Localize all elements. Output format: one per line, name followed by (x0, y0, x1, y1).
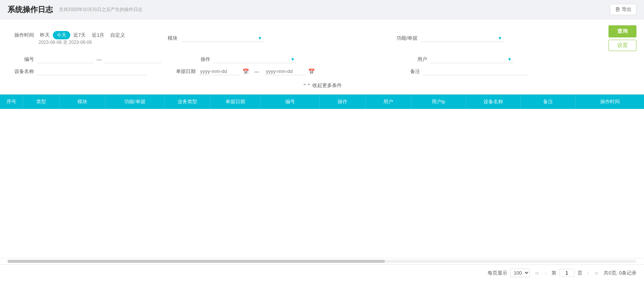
col-module: 模块 (59, 95, 105, 109)
action-buttons: 查询 设置 (608, 25, 636, 51)
user-label: 用户 (401, 56, 427, 63)
time-btn-today[interactable]: 今天 (53, 31, 70, 39)
col-voucher-date: 单据日期 (210, 95, 260, 109)
device-label: 设备名称 (8, 68, 34, 75)
export-icon: 🖹 (615, 6, 620, 12)
page-number-input[interactable] (559, 269, 575, 277)
scrollbar-thumb[interactable] (8, 260, 385, 263)
time-btn-1month[interactable]: 近1月 (89, 31, 107, 39)
user-select[interactable] (432, 56, 512, 62)
voucher-date-label: 单据日期 (169, 68, 196, 75)
col-number: 编号 (260, 95, 320, 109)
col-func: 功能/单据 (105, 95, 164, 109)
remark-label: 备注 (394, 68, 420, 75)
table-wrap: 序号 类型 模块 功能/单据 业务类型 单据日期 编号 操作 用户 用户ip 设… (0, 95, 644, 258)
data-table: 序号 类型 模块 功能/单据 业务类型 单据日期 编号 操作 用户 用户ip 设… (0, 95, 644, 109)
col-index: 序号 (0, 95, 23, 109)
total-info: 共0页, 0条记录 (604, 270, 636, 276)
operation-select-wrap: ▼ (213, 56, 297, 63)
calendar-start-icon[interactable]: 📅 (242, 68, 249, 75)
pagination: 每页显示 100 50 200 ⊲ ‹ 第 页 › ⊳ 共0页, 0条记录 (0, 264, 644, 281)
module-label: 模块 (151, 35, 178, 42)
page-label: 第 (551, 270, 556, 276)
filter-row-1: 操作时间 昨天 今天 近7天 近1月 自定义 2023-06-06 至 2023… (8, 25, 636, 51)
time-btn-yesterday[interactable]: 昨天 (37, 31, 53, 39)
collapse-button[interactable]: ⌃⌃ 收起更多条件 (303, 82, 342, 89)
remark-input[interactable] (423, 68, 529, 75)
number-end-input[interactable] (105, 56, 161, 63)
scrollbar-track (8, 260, 636, 263)
number-start-input[interactable] (37, 56, 94, 63)
number-dash: — (97, 57, 102, 62)
date-start-input[interactable] (199, 68, 240, 75)
col-user-ip: 用户ip (411, 95, 466, 109)
page-unit: 页 (578, 270, 582, 276)
page-size-select[interactable]: 100 50 200 (510, 269, 530, 277)
user-select-wrap: ▼ (430, 56, 513, 63)
query-button[interactable]: 查询 (608, 25, 636, 37)
func-select-wrap: ▼ (421, 34, 504, 42)
collapse-chevron-icon: ⌃⌃ (303, 83, 311, 88)
export-button[interactable]: 🖹 导出 (610, 4, 636, 15)
time-btn-custom[interactable]: 自定义 (107, 31, 128, 39)
filter-row-3: 设备名称 单据日期 📅 — 📅 备注 (8, 68, 636, 75)
col-operation: 操作 (320, 95, 365, 109)
col-device: 设备名称 (466, 95, 520, 109)
empty-state (0, 109, 644, 234)
func-select[interactable] (422, 35, 502, 41)
col-user: 用户 (365, 95, 411, 109)
time-label: 操作时间 (8, 32, 34, 39)
date-dash: — (254, 69, 259, 75)
col-biz-type: 业务类型 (164, 95, 210, 109)
filter-row-2: 编号 — 操作 ▼ 用户 (8, 56, 636, 63)
page-size-label: 每页显示 (488, 270, 507, 276)
col-remark: 备注 (520, 95, 575, 109)
last-page-button[interactable]: ⊳ (593, 269, 601, 277)
first-page-button[interactable]: ⊲ (533, 269, 541, 277)
settings-button[interactable]: 设置 (608, 40, 636, 51)
col-type: 类型 (23, 95, 59, 109)
prev-page-button[interactable]: ‹ (544, 269, 548, 277)
operation-select[interactable] (215, 56, 295, 62)
date-end-input[interactable] (264, 68, 306, 75)
table-header: 序号 类型 模块 功能/单据 业务类型 单据日期 编号 操作 用户 用户ip 设… (0, 95, 644, 109)
scrollbar-row (0, 258, 644, 264)
calendar-end-icon[interactable]: 📅 (308, 68, 315, 75)
time-filter-group: 昨天 今天 近7天 近1月 自定义 (37, 31, 128, 39)
collapse-row: ⌃⌃ 收起更多条件 (8, 80, 636, 90)
time-range-display: 2023-06-06 至 2023-06-06 (39, 40, 92, 45)
module-select-wrap: ▼ (181, 34, 264, 42)
time-btn-7days[interactable]: 近7天 (70, 31, 89, 39)
module-select[interactable] (182, 35, 262, 41)
operation-label: 操作 (184, 56, 210, 63)
filter-area: 操作时间 昨天 今天 近7天 近1月 自定义 2023-06-06 至 2023… (0, 19, 644, 95)
page-subtitle: 支持2020年10月31日之后产生的操作日志 (59, 6, 142, 13)
device-input[interactable] (37, 68, 147, 75)
col-op-time: 操作时间 (576, 95, 644, 109)
date-range-wrap: 📅 — 📅 (199, 68, 315, 75)
page-title: 系统操作日志 (8, 5, 53, 15)
page-header: 系统操作日志 支持2020年10月31日之后产生的操作日志 🖹 导出 (0, 0, 644, 19)
next-page-button[interactable]: › (585, 269, 590, 277)
func-label: 功能/单据 (391, 35, 418, 42)
number-label: 编号 (8, 56, 34, 63)
